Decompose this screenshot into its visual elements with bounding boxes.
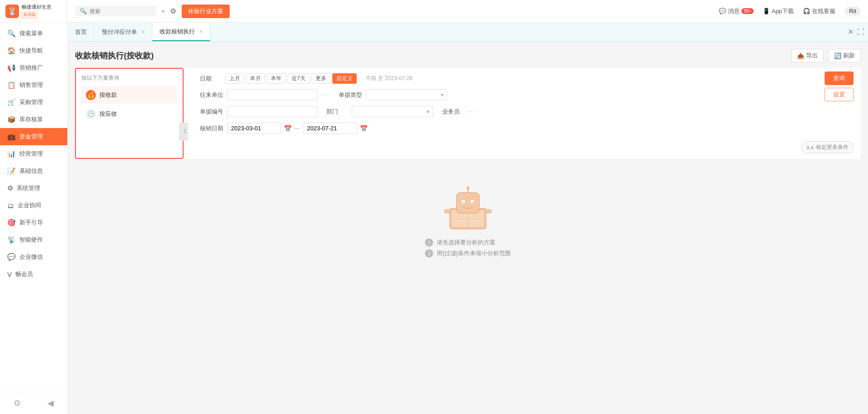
nav-icon-12: 📡 [7, 236, 16, 244]
customer-service-label: 在线客服 [812, 7, 835, 15]
verify-date-start-input[interactable] [227, 123, 281, 134]
date-label: 日期 [200, 75, 222, 83]
settings-icon[interactable]: ⚙ [170, 7, 176, 15]
main-area: 🔍 ▾ ⚙ 休验行业方案 💬 消息 99+ 📱 App下载 🎧 在线客服 Rit [68, 0, 868, 414]
receivable-icon: 🕐 [86, 109, 96, 119]
sidebar-item-13[interactable]: 💬 企业微信 [0, 248, 67, 266]
page-header-actions: 📤 导出 🔄 刷新 [791, 49, 861, 62]
salesperson-label: 业务员 [442, 108, 464, 116]
filter-option-receipt-label: 按收款 [99, 91, 117, 99]
department-select-wrapper [352, 106, 433, 117]
search-box[interactable]: 🔍 [75, 6, 156, 16]
sidebar-item-3[interactable]: 📋 销售管理 [0, 76, 67, 94]
filter-option-by-receipt[interactable]: 💰 按收款 [81, 86, 177, 104]
collapse-more-button[interactable]: ∧∧ 收起更多条件 [801, 141, 854, 153]
partner-more-icon[interactable]: ··· [321, 91, 330, 99]
sidebar-item-0[interactable]: 🔍 搜索菜单 [0, 25, 67, 42]
partner-input[interactable] [227, 89, 317, 100]
document-no-field: 单据编号 [200, 106, 317, 117]
app-download-label: App下载 [772, 7, 794, 15]
app-download-btn[interactable]: 📱 App下载 [763, 7, 794, 15]
messages-btn[interactable]: 💬 消息 99+ [719, 7, 754, 15]
document-no-input[interactable] [227, 106, 317, 117]
tab-prepay-close[interactable]: × [142, 29, 145, 35]
tab-home[interactable]: 首页 [68, 23, 94, 41]
customer-service-btn[interactable]: 🎧 在线客服 [803, 7, 835, 15]
collapse-sidebar-btn[interactable]: ◀ [45, 396, 56, 410]
nav-label-14: 畅会员 [15, 270, 33, 278]
filter-row-3: 单据编号 部门 [200, 106, 476, 117]
date-more[interactable]: 更多 [311, 73, 330, 84]
nav-label-7: 经营管理 [19, 150, 43, 158]
page-header: 收款核销执行(按收款) 📤 导出 🔄 刷新 [75, 49, 861, 62]
document-type-select[interactable] [366, 89, 447, 100]
filter-option-receivable-label: 按应收 [99, 110, 117, 118]
empty-tip-2-text: 用[过滤]条件来缩小分析范围 [437, 249, 510, 257]
sidebar-item-12[interactable]: 📡 智能硬件 [0, 231, 67, 248]
date-last-month[interactable]: 上月 [225, 73, 244, 84]
svg-rect-2 [457, 193, 479, 213]
message-icon: 💬 [719, 8, 726, 14]
tab-prepay[interactable]: 预付冲应付单 × [94, 23, 152, 41]
expand-tab-icon[interactable]: ⛶ [857, 28, 864, 36]
nav-label-0: 搜索菜单 [19, 29, 43, 38]
salesperson-more-icon[interactable]: ··· [467, 108, 476, 116]
sidebar-item-11[interactable]: 🎯 新手引导 [0, 214, 67, 231]
refresh-button[interactable]: 🔄 刷新 [828, 49, 861, 62]
svg-point-5 [463, 201, 465, 203]
empty-tips: 1 请先选择要分析的方案 2 用[过滤]条件来缩小分析范围 [425, 238, 510, 257]
tab-home-label: 首页 [75, 28, 87, 36]
page-content: 收款核销执行(按收款) 📤 导出 🔄 刷新 按以下方案查询 💰 按收款 [68, 42, 868, 414]
settings-bottom-icon[interactable]: ⚙ [11, 396, 23, 410]
sidebar-item-5[interactable]: 📦 库存核算 [0, 111, 67, 128]
query-button[interactable]: 查询 [825, 71, 854, 85]
refresh-icon: 🔄 [834, 52, 841, 59]
department-select[interactable] [352, 106, 433, 117]
sidebar-item-7[interactable]: 📊 经营管理 [0, 145, 67, 162]
date-this-year[interactable]: 本年 [267, 73, 286, 84]
headset-icon: 🎧 [803, 8, 810, 14]
tab-collection[interactable]: 收款核销执行 × [152, 23, 210, 41]
user-name[interactable]: Rit [844, 6, 861, 16]
empty-tip-2: 2 用[过滤]条件来缩小分析范围 [425, 249, 510, 257]
nav-icon-6: 💼 [7, 133, 16, 141]
nav-label-6: 资金管理 [19, 133, 43, 141]
search-icon: 🔍 [80, 8, 87, 14]
empty-tip-1: 1 请先选择要分析的方案 [425, 238, 510, 247]
date-no-limit: 不限 至 2023-07-26 [366, 75, 413, 82]
search-dropdown-icon[interactable]: ▾ [162, 8, 165, 14]
verify-date-end-input[interactable] [303, 123, 357, 134]
tab-collection-close[interactable]: × [199, 29, 203, 35]
sidebar-item-1[interactable]: 🏠 快捷导航 [0, 42, 67, 59]
date-7days[interactable]: 近7天 [288, 73, 310, 84]
sidebar-item-8[interactable]: 📝 基础信息 [0, 162, 67, 180]
calendar-end-icon[interactable]: 📅 [360, 125, 368, 132]
department-label: 部门 [326, 108, 348, 116]
sidebar-item-14[interactable]: V 畅会员 [0, 266, 67, 283]
sidebar-item-10[interactable]: 🗂 企业协同 [0, 197, 67, 214]
topbar-right: 💬 消息 99+ 📱 App下载 🎧 在线客服 Rit [719, 6, 861, 16]
sidebar-item-9[interactable]: ⚙ 系统管理 [0, 180, 67, 197]
filter-row-2: 往来单位 ··· 单据类型 [200, 89, 476, 100]
filter-option-by-receivable[interactable]: 🕐 按应收 [81, 105, 177, 123]
filter-collapse-handle[interactable]: 《 [179, 123, 188, 141]
date-this-month[interactable]: 本月 [246, 73, 265, 84]
nav-icon-11: 🎯 [7, 219, 16, 227]
calendar-start-icon[interactable]: 📅 [284, 125, 292, 132]
solution-button[interactable]: 休验行业方案 [182, 5, 230, 18]
sidebar-item-6[interactable]: 💼 资金管理 [0, 128, 67, 145]
sidebar-item-4[interactable]: 🛒 采购管理 [0, 94, 67, 111]
nav-label-8: 基础信息 [19, 167, 43, 175]
nav-icon-0: 🔍 [7, 29, 16, 38]
logo-name: 畅捷通好生意 [22, 4, 52, 10]
nav-label-11: 新手引导 [19, 219, 43, 227]
search-input[interactable] [90, 8, 144, 14]
setting-button[interactable]: 设置 [825, 88, 854, 101]
export-button[interactable]: 📤 导出 [791, 49, 824, 62]
sidebar-item-2[interactable]: 📢 营销推广 [0, 59, 67, 76]
date-custom[interactable]: 自定义 [332, 73, 357, 84]
nav-icon-8: 📝 [7, 167, 16, 175]
svg-rect-10 [485, 209, 491, 213]
close-tab-icon[interactable]: ✕ [848, 28, 854, 36]
document-type-select-wrapper [366, 89, 447, 100]
